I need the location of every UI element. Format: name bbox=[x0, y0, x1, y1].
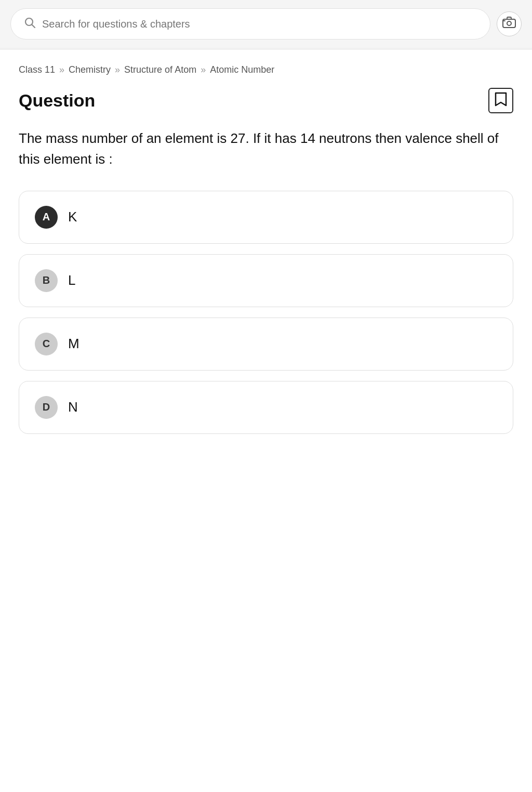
question-title: Question bbox=[19, 90, 95, 111]
breadcrumb-sep-3: » bbox=[201, 64, 206, 75]
search-input[interactable] bbox=[42, 18, 477, 30]
search-box[interactable] bbox=[10, 8, 490, 39]
question-body: The mass number of an element is 27. If … bbox=[19, 128, 513, 170]
question-header: Question bbox=[19, 88, 513, 113]
breadcrumb-structure[interactable]: Structure of Atom bbox=[124, 64, 196, 75]
option-badge-c: C bbox=[35, 333, 58, 355]
option-c[interactable]: C M bbox=[19, 318, 513, 371]
option-d[interactable]: D N bbox=[19, 381, 513, 434]
option-label-d: N bbox=[68, 399, 78, 415]
option-badge-a: A bbox=[35, 206, 58, 229]
camera-button[interactable] bbox=[497, 11, 522, 36]
option-label-a: K bbox=[68, 209, 77, 225]
svg-point-3 bbox=[507, 21, 511, 25]
breadcrumb-section: Class 11 » Chemistry » Structure of Atom… bbox=[0, 50, 532, 84]
options-list: A K B L C M D N bbox=[19, 191, 513, 434]
camera-icon bbox=[502, 17, 516, 31]
option-a[interactable]: A K bbox=[19, 191, 513, 244]
breadcrumb-chemistry[interactable]: Chemistry bbox=[69, 64, 111, 75]
breadcrumb-class11[interactable]: Class 11 bbox=[19, 64, 55, 75]
option-badge-d: D bbox=[35, 396, 58, 419]
breadcrumb-sep-1: » bbox=[59, 64, 64, 75]
svg-line-1 bbox=[32, 25, 35, 28]
breadcrumb: Class 11 » Chemistry » Structure of Atom… bbox=[19, 64, 513, 75]
option-label-c: M bbox=[68, 336, 79, 352]
option-b[interactable]: B L bbox=[19, 254, 513, 307]
breadcrumb-sep-2: » bbox=[115, 64, 120, 75]
question-section: Question The mass number of an element i… bbox=[0, 84, 532, 434]
search-bar-container bbox=[0, 0, 532, 48]
option-label-b: L bbox=[68, 272, 75, 288]
breadcrumb-atomic[interactable]: Atomic Number bbox=[210, 64, 274, 75]
svg-rect-4 bbox=[507, 17, 511, 19]
search-icon bbox=[23, 16, 36, 32]
option-badge-b: B bbox=[35, 269, 58, 292]
bookmark-button[interactable] bbox=[488, 88, 513, 113]
